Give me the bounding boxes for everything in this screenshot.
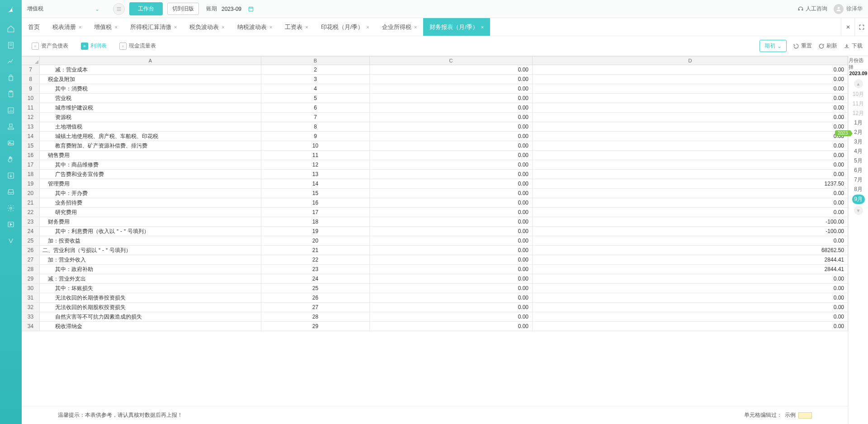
- cell-b[interactable]: 6: [261, 103, 370, 112]
- cell-b[interactable]: 13: [261, 170, 370, 179]
- cell-d[interactable]: 0.00: [533, 94, 848, 103]
- cell-c[interactable]: 0.00: [370, 255, 533, 264]
- consult-button[interactable]: 人工咨询: [797, 5, 827, 13]
- cell-c[interactable]: 0.00: [370, 236, 533, 245]
- select-all-corner[interactable]: [22, 57, 40, 65]
- table-row[interactable]: 8税金及附加30.000.00: [22, 75, 848, 84]
- row-number[interactable]: 14: [22, 132, 40, 141]
- cell-b[interactable]: 21: [261, 246, 370, 255]
- table-row[interactable]: 16销售费用110.000.00: [22, 151, 848, 160]
- cell-d[interactable]: 0.00: [533, 65, 848, 74]
- row-number[interactable]: 24: [22, 227, 40, 236]
- cell-c[interactable]: 0.00: [370, 322, 533, 331]
- table-row[interactable]: 25加：投资收益200.000.00: [22, 236, 848, 246]
- tab-1[interactable]: 税表清册×: [46, 18, 88, 36]
- cell-d[interactable]: 0.00: [533, 170, 848, 179]
- cell-b[interactable]: 26: [261, 293, 370, 302]
- tab-0[interactable]: 首页: [22, 18, 46, 36]
- subtab-balance-sheet[interactable]: ≡ 资产负债表: [27, 39, 73, 52]
- cell-c[interactable]: 0.00: [370, 160, 533, 169]
- table-row[interactable]: 33自然灾害等不可抗力因素造成的损失280.000.00: [22, 312, 848, 322]
- row-number[interactable]: 31: [22, 293, 40, 302]
- cell-a[interactable]: 无法收回的长期债券投资损失: [40, 293, 261, 302]
- cell-d[interactable]: 0.00: [533, 141, 848, 150]
- cell-a[interactable]: 税金及附加: [40, 75, 261, 84]
- close-all-button[interactable]: ✕: [841, 18, 854, 36]
- cell-c[interactable]: 0.00: [370, 227, 533, 236]
- tab-3[interactable]: 所得税汇算清缴×: [124, 18, 183, 36]
- download-button[interactable]: 下载: [844, 42, 863, 50]
- table-row[interactable]: 19管理费用140.001237.50: [22, 179, 848, 189]
- cell-b[interactable]: 12: [261, 160, 370, 169]
- tab-5[interactable]: 纳税波动表×: [231, 18, 278, 36]
- tab-6[interactable]: 工资表×: [278, 18, 314, 36]
- cell-c[interactable]: 0.00: [370, 189, 533, 198]
- row-number[interactable]: 23: [22, 217, 40, 226]
- month-option[interactable]: 6月: [852, 166, 865, 175]
- cell-d[interactable]: 0.00: [533, 132, 848, 141]
- cell-d[interactable]: 0.00: [533, 293, 848, 302]
- company-dropdown[interactable]: 增值税 ⌄: [27, 5, 108, 13]
- cell-a[interactable]: 土地增值税: [40, 122, 261, 131]
- cell-d[interactable]: 0.00: [533, 312, 848, 321]
- refresh-button[interactable]: 刷新: [818, 42, 837, 50]
- cell-a[interactable]: 无法收回的长期股权投资损失: [40, 303, 261, 312]
- tab-7[interactable]: 印花税（月/季）×: [315, 18, 376, 36]
- cell-c[interactable]: 0.00: [370, 141, 533, 150]
- cell-c[interactable]: 0.00: [370, 122, 533, 131]
- month-option[interactable]: 8月: [852, 185, 865, 194]
- month-option[interactable]: 7月: [852, 175, 865, 185]
- row-number[interactable]: 9: [22, 84, 40, 93]
- nav-image-icon[interactable]: [0, 135, 22, 151]
- table-row[interactable]: 29减：营业外支出240.000.00: [22, 274, 848, 284]
- nav-doc-icon[interactable]: [0, 37, 22, 53]
- nav-v-icon[interactable]: [0, 233, 22, 249]
- cell-d[interactable]: 0.00: [533, 151, 848, 160]
- row-number[interactable]: 10: [22, 94, 40, 103]
- row-number[interactable]: 32: [22, 303, 40, 312]
- cell-a[interactable]: 城镇土地使用税、房产税、车船税、印花税: [40, 132, 261, 141]
- cell-b[interactable]: 29: [261, 322, 370, 331]
- cell-c[interactable]: 0.00: [370, 94, 533, 103]
- col-header-b[interactable]: B: [261, 57, 370, 65]
- cell-b[interactable]: 14: [261, 179, 370, 188]
- row-number[interactable]: 26: [22, 246, 40, 255]
- cell-c[interactable]: 0.00: [370, 103, 533, 112]
- close-icon[interactable]: ×: [174, 24, 177, 30]
- table-row[interactable]: 28其中：政府补助230.002844.41: [22, 265, 848, 274]
- cell-c[interactable]: 0.00: [370, 208, 533, 217]
- nav-play-icon[interactable]: [0, 216, 22, 233]
- row-number[interactable]: 19: [22, 179, 40, 188]
- row-number[interactable]: 28: [22, 265, 40, 274]
- table-row[interactable]: 23财务费用180.00-100.00: [22, 217, 848, 227]
- nav-gear-icon[interactable]: [0, 200, 22, 216]
- cell-c[interactable]: 0.00: [370, 198, 533, 207]
- reset-button[interactable]: 重置: [793, 42, 812, 50]
- cell-b[interactable]: 28: [261, 312, 370, 321]
- cell-c[interactable]: 0.00: [370, 151, 533, 160]
- cell-c[interactable]: 0.00: [370, 303, 533, 312]
- cell-b[interactable]: 20: [261, 236, 370, 245]
- cell-d[interactable]: 0.00: [533, 322, 848, 331]
- cell-a[interactable]: 销售费用: [40, 151, 261, 160]
- table-row[interactable]: 13土地增值税80.000.00: [22, 122, 848, 132]
- table-row[interactable]: 24其中：利息费用（收入以＂-＂号填列）190.00-100.00: [22, 227, 848, 236]
- month-option[interactable]: 5月: [852, 156, 865, 166]
- cell-d[interactable]: 0.00: [533, 113, 848, 122]
- table-row[interactable]: 11城市维护建设税60.000.00: [22, 103, 848, 113]
- cell-d[interactable]: 1237.50: [533, 179, 848, 188]
- table-row[interactable]: 30其中：坏账损失250.000.00: [22, 284, 848, 293]
- subtab-cash-flow[interactable]: ≡ 现金流量表: [115, 39, 160, 52]
- cell-c[interactable]: 0.00: [370, 265, 533, 274]
- cell-d[interactable]: 68262.50: [533, 246, 848, 255]
- cell-d[interactable]: 0.00: [533, 160, 848, 169]
- table-row[interactable]: 21业务招待费160.000.00: [22, 198, 848, 208]
- switch-old-button[interactable]: 切到旧版: [167, 3, 199, 15]
- month-option[interactable]: 3月: [852, 137, 865, 147]
- tab-8[interactable]: 企业所得税×: [376, 18, 423, 36]
- row-number[interactable]: 18: [22, 170, 40, 179]
- cell-d[interactable]: 0.00: [533, 274, 848, 283]
- cell-b[interactable]: 24: [261, 274, 370, 283]
- cell-a[interactable]: 二、营业利润（亏损以＂-＂号填列）: [40, 246, 261, 255]
- table-row[interactable]: 10营业税50.000.00: [22, 94, 848, 103]
